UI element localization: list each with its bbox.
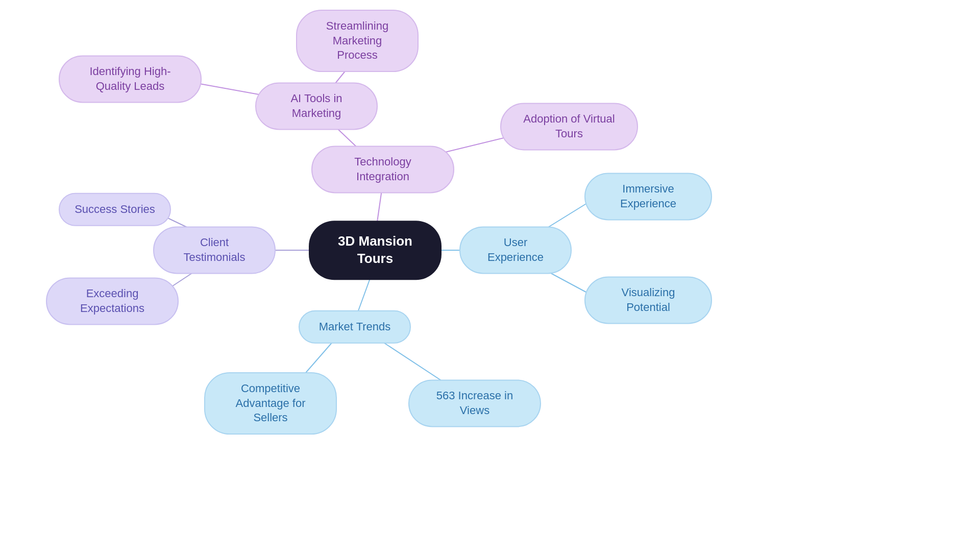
technology-integration-node: Technology Integration <box>311 146 454 193</box>
visualizing-potential-node: Visualizing Potential <box>584 276 712 324</box>
line-increase <box>377 338 448 385</box>
user-experience-node: User Experience <box>459 226 572 274</box>
immersive-experience-node: Immersive Experience <box>584 173 712 220</box>
adoption-node: Adoption of Virtual Tours <box>500 103 638 150</box>
streamlining-node: Streamlining Marketing Process <box>296 10 419 72</box>
market-trends-node: Market Trends <box>299 310 411 344</box>
increase-in-views-node: 563 Increase in Views <box>408 379 541 427</box>
competitive-advantage-node: Competitive Advantage for Sellers <box>204 372 337 435</box>
exceeding-expectations-node: Exceeding Expectations <box>46 277 179 325</box>
success-stories-node: Success Stories <box>59 193 171 226</box>
center-node: 3D Mansion Tours <box>309 221 442 280</box>
client-testimonials-node: Client Testimonials <box>153 226 276 274</box>
identifying-node: Identifying High-Quality Leads <box>59 55 202 103</box>
ai-tools-node: AI Tools in Marketing <box>255 82 378 130</box>
